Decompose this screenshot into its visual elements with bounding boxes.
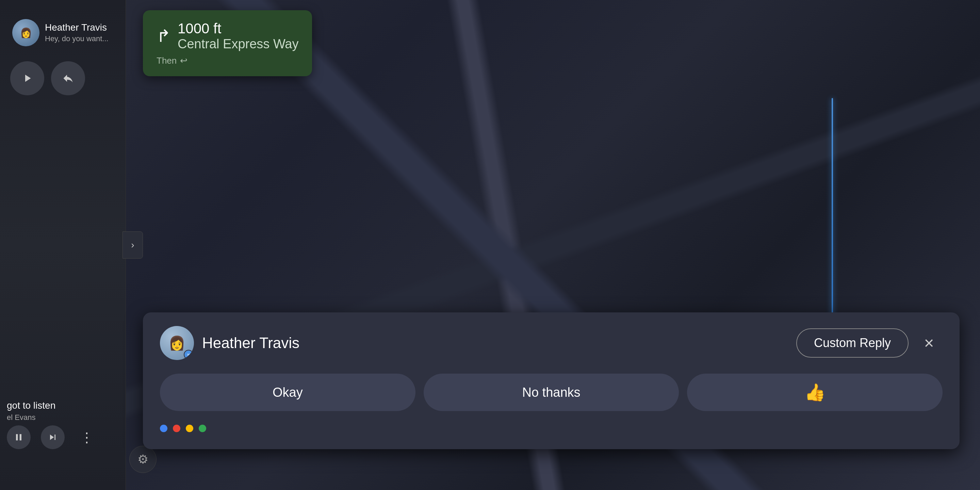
music-controls: ⋮ <box>7 425 99 449</box>
contact-avatar: 👩 <box>12 19 40 46</box>
reply-okay-button[interactable]: Okay <box>160 374 415 411</box>
google-assistant-dots <box>160 425 943 432</box>
sender-name: Heather Travis <box>202 334 299 352</box>
contact-info: Heather Travis Hey, do you want... <box>45 22 108 43</box>
more-button[interactable]: ⋮ <box>75 425 99 449</box>
then-arrow-icon: ↩ <box>180 56 188 66</box>
reply-dialog-header: 👩 ✉ Heather Travis Custom Reply × <box>160 326 943 360</box>
nav-street: Central Express Way <box>178 37 298 51</box>
reply-dialog: 👩 ✉ Heather Travis Custom Reply × Okay N… <box>143 312 959 449</box>
dot-red <box>173 425 180 432</box>
sender-avatar: 👩 ✉ <box>160 326 194 360</box>
left-sidebar: 👩 Heather Travis Hey, do you want... got… <box>0 0 126 490</box>
reply-no-thanks-button[interactable]: No thanks <box>424 374 679 411</box>
dot-yellow <box>186 425 193 432</box>
dot-blue <box>160 425 167 432</box>
nav-details: 1000 ft Central Express Way <box>178 21 298 51</box>
music-title: got to listen <box>7 400 56 411</box>
contact-name: Heather Travis <box>45 22 108 33</box>
skip-icon <box>47 432 58 443</box>
reply-buttons-row: Okay No thanks 👍 <box>160 374 943 411</box>
music-info: got to listen el Evans <box>7 400 56 422</box>
reply-thumbs-up-button[interactable]: 👍 <box>687 374 943 411</box>
play-icon <box>21 72 33 84</box>
settings-icon: ⚙ <box>137 452 148 466</box>
reply-header-actions: Custom Reply × <box>796 328 943 358</box>
skip-button[interactable] <box>41 425 65 449</box>
expand-button[interactable]: › <box>123 231 143 259</box>
left-action-buttons <box>10 61 85 95</box>
turn-arrow-icon: ↱ <box>156 26 171 46</box>
pause-icon <box>13 432 24 443</box>
music-artist: el Evans <box>7 413 56 422</box>
messenger-badge: ✉ <box>184 350 193 360</box>
reply-button[interactable] <box>51 61 85 95</box>
then-label: Then <box>156 56 177 66</box>
nav-distance: 1000 ft <box>178 21 298 37</box>
reply-sender: 👩 ✉ Heather Travis <box>160 326 299 360</box>
reply-icon <box>62 72 74 84</box>
settings-button[interactable]: ⚙ <box>129 446 156 473</box>
pause-button[interactable] <box>7 425 30 449</box>
navigation-card: ↱ 1000 ft Central Express Way Then ↩ <box>143 10 312 76</box>
play-button[interactable] <box>10 61 44 95</box>
dot-green <box>199 425 206 432</box>
contact-card[interactable]: 👩 Heather Travis Hey, do you want... <box>7 14 114 52</box>
nav-then: Then ↩ <box>156 56 298 66</box>
custom-reply-button[interactable]: Custom Reply <box>796 328 908 358</box>
close-button[interactable]: × <box>915 329 943 356</box>
nav-card-top: ↱ 1000 ft Central Express Way <box>156 21 298 51</box>
contact-message: Hey, do you want... <box>45 34 108 43</box>
avatar-face: 👩 <box>12 19 40 46</box>
chevron-right-icon: › <box>131 240 134 250</box>
